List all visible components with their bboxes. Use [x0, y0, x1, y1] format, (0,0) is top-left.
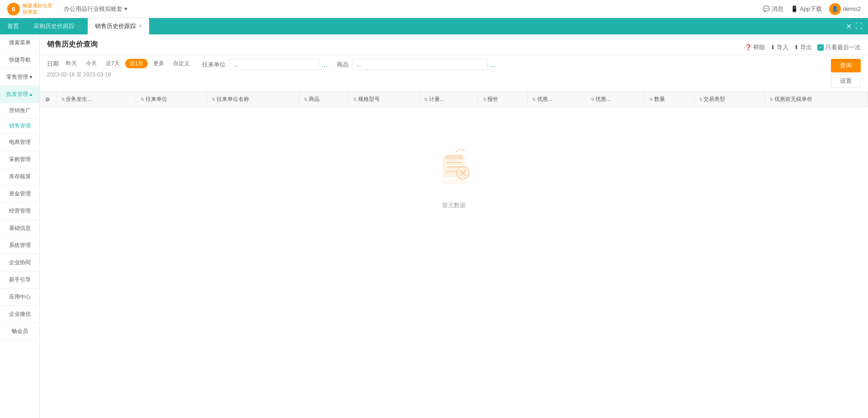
sort-icon: ⇅ [591, 97, 596, 102]
date-btn-custom[interactable]: 自定义 [170, 59, 193, 68]
date-btn-last1m[interactable]: 近1月 [125, 59, 148, 68]
filter-date-inline: 日期 昨天 今天 近7天 近1月 更多 自定义 [47, 59, 193, 68]
svg-point-0 [440, 179, 467, 185]
date-btn-last7[interactable]: 近7天 [102, 59, 123, 68]
help-button[interactable]: ❓ 帮助 [745, 43, 765, 52]
sort-icon: ⇅ [424, 97, 429, 102]
page-title-row: 销售历史价查询 ❓ 帮助 ⬇ 导入 ⬆ 导出 ✓ [47, 40, 861, 55]
sort-icon: ⇅ [141, 97, 146, 102]
filter-section: 日期 昨天 今天 近7天 近1月 更多 自定义 2023-02-18 至 202… [40, 55, 868, 92]
top-bar: 6 畅捷通好生意 标准版 办公用品行业模拟账套 ▾ 💬 消息 📱 App下载 👤… [0, 0, 868, 18]
partner-label: 往来单位 [202, 61, 226, 69]
sort-icon: ⇅ [769, 97, 774, 102]
tab-purchase-history[interactable]: 采购历史价跟踪 × [26, 18, 88, 34]
sidebar-item-fund-mgmt[interactable]: 资金管理 [0, 185, 39, 203]
app-download-icon: 📱 [791, 5, 798, 12]
only-last-checkbox-label[interactable]: ✓ 只看最后一次 [817, 43, 861, 52]
date-label: 日期 [47, 60, 59, 68]
tab-purchase-history-close[interactable]: × [77, 23, 80, 29]
message-icon: 💬 [763, 5, 770, 12]
col-spec[interactable]: ⇅ 规格型号 [349, 92, 420, 107]
filter-product-col: 商品 ... [337, 59, 495, 70]
sidebar-item-enterprise-coop[interactable]: 企业协同 [0, 254, 39, 271]
col-partner-code[interactable]: ⇅ 往来单位 [136, 92, 207, 107]
chevron-down-icon: ▾ [124, 5, 127, 12]
logo-area: 6 畅捷通好生意 标准版 [7, 3, 52, 15]
maximize-icon[interactable]: ⛶ [855, 22, 863, 30]
tab-sales-history[interactable]: 销售历史价跟踪 × [88, 18, 149, 34]
sidebar-item-quick-nav[interactable]: 快捷导航 [0, 52, 39, 69]
message-button[interactable]: 💬 消息 [763, 5, 783, 13]
export-button[interactable]: ⬆ 导出 [794, 43, 812, 52]
sort-icon: ⇅ [699, 97, 704, 102]
tab-bar: 首页 采购历史价跟踪 × 销售历史价跟踪 × ✕ ⛶ [0, 18, 868, 34]
close-window-icon[interactable]: ✕ [846, 22, 852, 31]
tab-sales-history-close[interactable]: × [139, 23, 142, 29]
filter-partner-col: 往来单位 ... [202, 59, 327, 70]
col-partner-name[interactable]: ⇅ 往来单位名称 [207, 92, 299, 107]
settings-button[interactable]: 设置 [831, 74, 861, 88]
col-unit[interactable]: ⇅ 计量... [420, 92, 478, 107]
col-price[interactable]: ⇅ 报价 [478, 92, 528, 107]
app-download-button[interactable]: 📱 App下载 [791, 5, 822, 13]
sidebar-item-new-guide[interactable]: 新手引导 [0, 271, 39, 289]
table-header-row: ⚙ ⇅ 业务发生... ⇅ 往来单位 ⇅ 往来单位名称 [40, 92, 868, 107]
user-menu-button[interactable]: 👤 demo2 [829, 3, 861, 15]
chevron-up-icon: ▲ [29, 92, 33, 97]
partner-input-group: ... [229, 59, 327, 70]
product-lookup-icon[interactable]: ... [490, 61, 495, 69]
date-btn-today[interactable]: 今天 [82, 59, 100, 68]
svg-rect-2 [445, 155, 463, 159]
top-bar-right: 💬 消息 📱 App下载 👤 demo2 [763, 3, 861, 15]
filter-product-inline: 商品 ... [337, 59, 495, 70]
date-btn-more[interactable]: 更多 [150, 59, 168, 68]
product-label: 商品 [337, 61, 349, 69]
partner-lookup-icon[interactable]: ... [321, 61, 327, 69]
col-product[interactable]: ⇅ 商品 [299, 92, 349, 107]
import-button[interactable]: ⬇ 导入 [770, 43, 788, 52]
sidebar-item-inventory[interactable]: 库存核算 [0, 168, 39, 185]
sort-icon: ⇅ [649, 97, 654, 102]
sort-icon: ⇅ [483, 97, 488, 102]
sidebar-item-sys-mgmt[interactable]: 系统管理 [0, 237, 39, 254]
empty-svg [431, 143, 476, 189]
content-area: 销售历史价查询 ❓ 帮助 ⬇ 导入 ⬆ 导出 ✓ [40, 34, 868, 418]
svg-point-9 [463, 149, 465, 151]
sidebar-item-search-menu[interactable]: 搜索菜单 [0, 34, 39, 52]
tab-home[interactable]: 首页 [0, 18, 26, 34]
col-biz-date[interactable]: ⇅ 业务发生... [56, 92, 136, 107]
app-selector[interactable]: 办公用品行业模拟账套 ▾ [60, 5, 131, 13]
col-quantity[interactable]: ⇅ 数量 [644, 92, 694, 107]
product-input-group: ... [352, 59, 495, 70]
empty-state: 暂元数据 [40, 107, 868, 246]
sort-icon: ⇅ [212, 97, 217, 102]
page-title: 销售历史价查询 [47, 40, 98, 49]
date-btn-yesterday[interactable]: 昨天 [62, 59, 80, 68]
sidebar-item-ecommerce[interactable]: 电商管理 [0, 134, 39, 151]
sidebar-item-sales-mgmt[interactable]: 销售管理 [0, 119, 39, 134]
sidebar-item-purchase-mgmt[interactable]: 采购管理 [0, 151, 39, 168]
col-pretax-price[interactable]: ⇅ 优惠前无税单价 [765, 92, 868, 107]
query-button[interactable]: 查询 [831, 59, 861, 72]
only-last-checkbox[interactable]: ✓ [817, 44, 824, 51]
product-input[interactable] [352, 59, 488, 70]
sidebar-item-marketing[interactable]: 营销推广 [0, 103, 39, 119]
col-discount-rate[interactable]: ⇅ 优惠... [528, 92, 586, 107]
col-discount-price[interactable]: ⇅ 优惠... [586, 92, 644, 107]
sidebar-item-app-center[interactable]: 应用中心 [0, 289, 39, 306]
partner-input[interactable] [229, 59, 320, 70]
sidebar-item-retail-mgmt[interactable]: 零售管理 ▼ [0, 69, 39, 86]
col-trade-type[interactable]: ⇅ 交易类型 [694, 92, 765, 107]
sort-icon: ⇅ [532, 97, 537, 102]
help-icon: ❓ [745, 44, 752, 51]
table-container: ⚙ ⇅ 业务发生... ⇅ 往来单位 ⇅ 往来单位名称 [40, 92, 868, 418]
col-settings[interactable]: ⚙ [40, 92, 56, 107]
sidebar-item-member[interactable]: 畅会员 [0, 323, 39, 340]
sidebar-item-ops-mgmt[interactable]: 经营管理 [0, 203, 39, 220]
sidebar-item-enterprise-wechat[interactable]: 企业微信 [0, 306, 39, 323]
filter-date-col: 日期 昨天 今天 近7天 近1月 更多 自定义 2023-02-18 至 202… [47, 59, 193, 79]
sidebar-item-basic-info[interactable]: 基础信息 [0, 220, 39, 237]
date-range-display: 2023-02-18 至 2023-03-18 [47, 71, 193, 79]
sidebar-item-wholesale-mgmt[interactable]: 批发管理 ▲ [0, 86, 39, 103]
page-header: 销售历史价查询 ❓ 帮助 ⬇ 导入 ⬆ 导出 ✓ [40, 34, 868, 55]
